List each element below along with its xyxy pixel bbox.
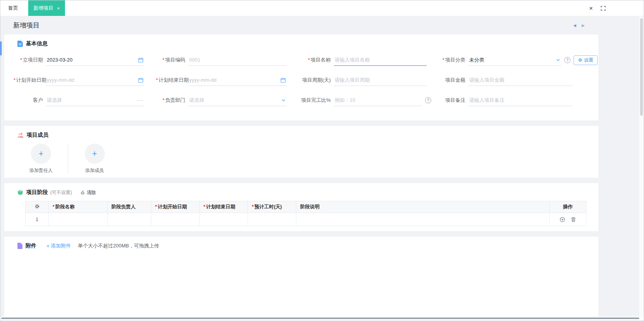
settings-label: 设置 [584,57,593,64]
project-category-value[interactable] [469,57,554,63]
project-amount-input[interactable] [469,77,572,83]
calendar-icon[interactable] [280,77,286,83]
phases-table-header-row: *阶段名称 阶段负责人 *计划开始日期 *计划结束日期 *预计工时(天) 阶段说… [26,201,586,213]
project-name-control [334,54,427,66]
sidebar-active-indicator [0,41,2,55]
field-label: 项目名称 [311,57,331,63]
col-header-phase-name: *阶段名称 [49,201,108,213]
customer-input[interactable] [47,97,137,103]
section-basic-info: 基本信息 *立项日期 *项目编码 *项目名称 *项目分类 [4,34,598,120]
add-member-label: 添加成员 [85,167,104,174]
add-member-button[interactable]: + 添加成员 [68,144,121,174]
document-icon [17,41,23,47]
field-label: 项目金额 [445,77,465,83]
section-title: 项目成员 [27,132,48,139]
col-header-estimated-hours: *预计工时(天) [248,201,296,213]
tab-home-label: 首页 [8,5,18,12]
table-settings-header[interactable] [26,201,49,213]
vertical-scrollbar-thumb[interactable] [640,18,643,116]
phase-plan-end-input[interactable] [200,213,248,226]
members-header: 项目成员 [17,131,589,139]
field-project-name: *项目名称 [298,50,441,70]
page-title: 新增项目 [13,21,39,30]
col-header-phase-desc: 阶段说明 [296,201,550,213]
field-label: 项目分类 [445,57,465,63]
required-marker: * [308,57,310,63]
member-add-group: + 添加责任人 + 添加成员 [14,144,589,174]
department-select[interactable] [188,94,287,106]
required-marker: * [162,97,164,103]
field-label: 立项日期 [23,57,43,63]
delete-phase-row-icon[interactable] [571,217,576,222]
plan-start-input[interactable] [47,77,137,83]
phase-desc-cell [296,213,550,226]
chevron-down-icon[interactable] [281,98,286,103]
phases-note: (可不设置) [50,189,72,196]
phase-row-actions [550,213,586,226]
section-title: 附件 [26,242,36,249]
plus-icon[interactable]: + [31,144,51,164]
help-icon[interactable]: ? [564,57,571,63]
phase-plan-start-input[interactable] [151,213,199,226]
phase-owner-cell [108,213,151,226]
start-date-input[interactable] [47,57,137,63]
field-label: 项目完工比% [301,97,331,103]
plan-start-control [46,74,144,86]
completion-input[interactable] [335,97,421,103]
add-owner-button[interactable]: + 添加责任人 [14,144,68,174]
col-header-plan-end: *计划结束日期 [200,201,248,213]
col-header-plan-start: *计划开始日期 [151,201,200,213]
clear-phases-button[interactable]: 清除 [80,189,96,196]
phase-name-input[interactable] [49,213,107,226]
col-header-actions: 操作 [550,201,586,213]
phase-name-cell [49,213,108,226]
phase-desc-input[interactable] [296,213,549,226]
customer-picker[interactable]: ··· [46,94,144,106]
phase-row: 1 [26,213,586,226]
add-attachment-button[interactable]: + 添加附件 [46,242,71,249]
project-remark-control [468,94,573,106]
project-code-input[interactable] [189,57,286,63]
tab-bar: 首页 新增项目 × × [0,0,644,16]
field-completion-ratio: 项目完工比% ? [298,90,441,110]
fullscreen-icon[interactable] [601,0,606,16]
tab-new-project[interactable]: 新增项目 × [28,0,65,16]
project-category-select[interactable] [468,54,561,66]
phases-header: 项目阶段 (可不设置) 清除 [17,189,589,196]
plan-end-input[interactable] [189,77,279,83]
phase-hours-input[interactable] [248,213,296,226]
horizontal-scrollbar-track[interactable] [0,317,644,321]
phase-owner-input[interactable] [108,213,151,226]
tab-home[interactable]: 首页 [0,0,26,16]
field-department: *负责部门 [156,90,298,110]
page-header: 新增项目 ◀ ▶ [0,16,644,34]
required-marker: * [20,57,22,63]
plus-icon[interactable]: + [85,144,105,164]
nav-prev-icon[interactable]: ◀ [573,16,576,34]
close-icon[interactable]: × [589,0,593,16]
nav-next-icon[interactable]: ▶ [582,16,585,34]
calendar-icon[interactable] [138,57,143,63]
project-name-input[interactable] [335,57,426,63]
category-settings-button[interactable]: 设置 [574,55,598,65]
gear-icon [34,204,40,209]
chevron-down-icon[interactable] [556,58,560,62]
plan-end-control [188,74,287,86]
phase-hours-cell [248,213,296,226]
project-remark-input[interactable] [469,97,572,103]
project-period-input[interactable] [335,77,426,83]
horizontal-scrollbar-thumb[interactable] [1,318,639,319]
field-label: 负责部门 [165,97,185,103]
field-plan-start: *计划开始日期 [14,70,156,90]
department-input[interactable] [189,97,280,103]
attachment-hint: 单个大小不超过200MB，可拖拽上传 [78,242,159,249]
calendar-icon[interactable] [138,77,143,83]
phases-table: *阶段名称 阶段负责人 *计划开始日期 *计划结束日期 *预计工时(天) 阶段说… [25,201,586,226]
field-customer: 客户 ··· [14,90,156,110]
field-label: 计划结束日期 [159,77,189,83]
tab-close-icon[interactable]: × [57,6,60,11]
more-icon[interactable]: ··· [137,97,143,103]
field-start-date: *立项日期 [14,50,156,70]
help-icon[interactable]: ? [425,97,431,103]
add-phase-row-icon[interactable] [560,217,565,222]
